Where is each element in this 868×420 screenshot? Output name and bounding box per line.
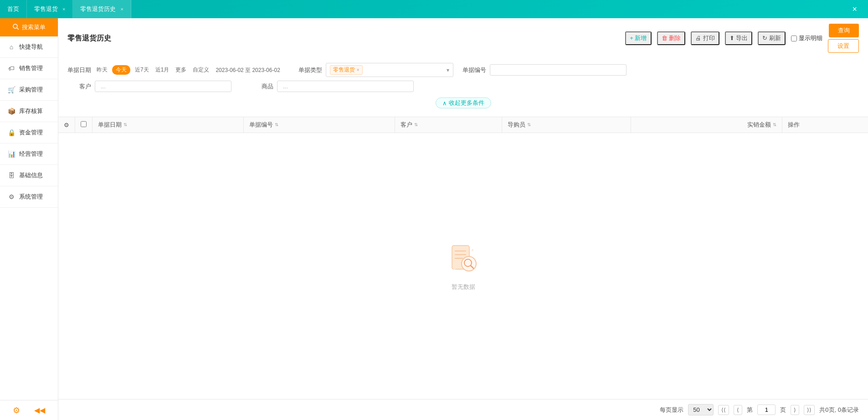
tab-retail-return-close[interactable]: × [62, 6, 65, 12]
goods-placeholder: ... [283, 83, 288, 90]
print-button[interactable]: 🖨 打印 [691, 31, 719, 45]
gear-bottom-icon[interactable]: ⚙ [13, 405, 20, 415]
empty-text: 暂无数据 [452, 283, 475, 291]
sidebar-item-quick-nav[interactable]: ⌂ 快捷导航 [0, 36, 58, 58]
type-filter-select[interactable]: 零售退货 × [326, 63, 453, 77]
goods-filter-label: 商品 [250, 82, 277, 91]
th-guide-sortable[interactable]: 导购员 ⇅ [508, 121, 625, 129]
sidebar-item-sales-mgmt[interactable]: 🏷 销售管理 [0, 58, 58, 79]
database-icon: 🗄 [7, 171, 15, 179]
date-sort-icon: ⇅ [123, 123, 127, 127]
type-filter-label: 单据类型 [298, 66, 326, 74]
app-close-button[interactable]: × [848, 5, 861, 14]
refresh-button[interactable]: ↻ 刷新 [758, 31, 786, 45]
number-filter-input[interactable] [490, 64, 627, 76]
query-button[interactable]: 查询 [829, 24, 859, 37]
last-page-button[interactable]: ⟩⟩ [804, 405, 815, 415]
tab-bar: 首页 零售退货 × 零售退货历史 × [0, 0, 848, 18]
date-more[interactable]: 更多 [174, 65, 188, 75]
customer-filter-label: 客户 [67, 82, 95, 91]
sidebar-search[interactable]: 搜索菜单 [0, 18, 58, 36]
lock-icon: 🔒 [7, 128, 15, 137]
collapse-button[interactable]: ∧ 收起更多条件 [436, 97, 491, 108]
th-checkbox[interactable] [75, 117, 92, 133]
content-area: 零售退货历史 + 新增 🗑 删除 🖨 打印 ⬆ 导出 ↻ 刷新 显示明细 查询 … [58, 18, 868, 420]
th-customer-sortable[interactable]: 客户 ⇅ [401, 121, 496, 129]
th-action-label: 操作 [788, 121, 800, 128]
filter-row-2: 客户 ... 商品 ... [67, 81, 859, 92]
goods-filter-select[interactable]: ... [277, 81, 414, 92]
tab-retail-return-history-close[interactable]: × [120, 6, 123, 12]
table-container: ⚙ 单据日期 ⇅ 单据编号 [58, 117, 868, 420]
sidebar-item-basic-info[interactable]: 🗄 基础信息 [0, 165, 58, 186]
type-filter-tag-close[interactable]: × [357, 67, 360, 72]
page-number-input[interactable] [757, 405, 776, 415]
number-sort-icon: ⇅ [275, 123, 278, 127]
data-table: ⚙ 单据日期 ⇅ 单据编号 [58, 117, 868, 133]
th-amount-sortable[interactable]: 实销金额 ⇅ [637, 121, 776, 129]
sidebar-item-inventory-label: 库存核算 [19, 107, 43, 115]
date-7days[interactable]: 近7天 [133, 65, 151, 75]
type-filter-tag-value: 零售退货 [333, 66, 355, 74]
page-size-select[interactable]: 20 50 100 [688, 404, 714, 415]
chart-icon: 📊 [7, 150, 15, 158]
th-number-sortable[interactable]: 单据编号 ⇅ [249, 121, 389, 129]
first-page-button[interactable]: ⟨⟨ [718, 405, 729, 415]
page-title-row: 零售退货历史 + 新增 🗑 删除 🖨 打印 ⬆ 导出 ↻ 刷新 显示明细 查询 … [67, 24, 859, 53]
type-dropdown-icon [447, 67, 449, 73]
tab-retail-return[interactable]: 零售退货 × [27, 0, 73, 18]
page-header: 零售退货历史 + 新增 🗑 删除 🖨 打印 ⬆ 导出 ↻ 刷新 显示明细 查询 … [58, 18, 868, 117]
tab-retail-return-history[interactable]: 零售退货历史 × [73, 0, 131, 18]
pagination-bar: 每页显示 20 50 100 ⟨⟨ ⟨ 第 页 ⟩ ⟩⟩ 共0页, 0条记录 [58, 399, 868, 420]
date-today[interactable]: 今天 [112, 65, 130, 75]
svg-point-9 [453, 267, 456, 270]
date-yesterday[interactable]: 昨天 [95, 65, 109, 75]
delete-button[interactable]: 🗑 删除 [657, 31, 686, 45]
export-button[interactable]: ⬆ 导出 [725, 31, 753, 45]
th-guide: 导购员 ⇅ [502, 117, 631, 133]
tab-retail-return-history-label: 零售退货历史 [80, 5, 116, 13]
guide-sort-icon: ⇅ [527, 123, 531, 127]
empty-icon [445, 241, 482, 277]
search-icon [13, 24, 19, 31]
date-1month[interactable]: 近1月 [154, 65, 171, 75]
th-gear[interactable]: ⚙ [58, 117, 75, 133]
sidebar-item-purchase-mgmt-label: 采购管理 [19, 86, 43, 94]
sidebar-item-operations-label: 经营管理 [19, 150, 43, 158]
add-button[interactable]: + 新增 [625, 31, 651, 45]
select-all-checkbox[interactable] [81, 121, 87, 127]
sidebar: 搜索菜单 ⌂ 快捷导航 🏷 销售管理 🛒 采购管理 📦 库存核算 🔒 资金管理 [0, 18, 58, 420]
svg-line-1 [16, 27, 18, 29]
th-date-sortable[interactable]: 单据日期 ⇅ [98, 121, 238, 129]
sidebar-item-quick-nav-label: 快捷导航 [19, 43, 43, 51]
customer-filter-select[interactable]: ... [95, 81, 231, 92]
tab-home[interactable]: 首页 [0, 0, 27, 18]
filter-area: 单据日期 昨天 今天 近7天 近1月 更多 自定义 2023-06-02 至 2… [67, 58, 859, 117]
sidebar-item-system-mgmt[interactable]: ⚙ 系统管理 [0, 186, 58, 208]
top-bar-right: × [848, 5, 868, 14]
table-header: ⚙ 单据日期 ⇅ 单据编号 [58, 117, 868, 133]
settings-button[interactable]: 设置 [828, 39, 859, 53]
sidebar-item-purchase-mgmt[interactable]: 🛒 采购管理 [0, 79, 58, 101]
sidebar-item-operations[interactable]: 📊 经营管理 [0, 143, 58, 165]
speaker-icon[interactable]: ◀◀ [34, 406, 45, 415]
sidebar-bottom: ⚙ ◀◀ [0, 400, 58, 420]
page-word: 第 [747, 406, 753, 414]
sidebar-nav: ⌂ 快捷导航 🏷 销售管理 🛒 采购管理 📦 库存核算 🔒 资金管理 📊 [0, 36, 58, 400]
sidebar-item-finance[interactable]: 🔒 资金管理 [0, 122, 58, 143]
collapse-up-icon: ∧ [442, 100, 447, 107]
customer-sort-icon: ⇅ [414, 123, 418, 127]
th-amount: 实销金额 ⇅ [631, 117, 782, 133]
main-layout: 搜索菜单 ⌂ 快捷导航 🏷 销售管理 🛒 采购管理 📦 库存核算 🔒 资金管理 [0, 18, 868, 420]
date-shortcuts: 昨天 今天 近7天 近1月 更多 自定义 2023-06-02 至 2023-0… [95, 65, 280, 75]
table-header-row: ⚙ 单据日期 ⇅ 单据编号 [58, 117, 868, 133]
sidebar-item-inventory[interactable]: 📦 库存核算 [0, 101, 58, 122]
sidebar-item-system-mgmt-label: 系统管理 [19, 193, 43, 201]
show-detail-checkbox[interactable] [791, 36, 797, 41]
customer-placeholder: ... [101, 83, 106, 90]
next-page-button[interactable]: ⟩ [791, 405, 799, 415]
prev-page-button[interactable]: ⟨ [734, 405, 742, 415]
date-custom[interactable]: 自定义 [191, 65, 211, 75]
type-filter-tag: 零售退货 × [330, 65, 363, 75]
sidebar-item-basic-info-label: 基础信息 [19, 171, 43, 179]
